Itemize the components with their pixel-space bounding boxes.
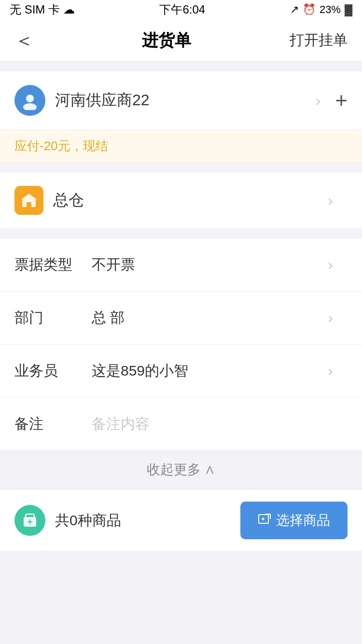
svg-marker-3	[21, 194, 37, 199]
department-value: 总 部	[92, 308, 328, 328]
notice-bar: 应付-20元，现结	[0, 130, 362, 163]
page-title: 进货单	[142, 29, 191, 52]
bottom-area	[0, 551, 362, 644]
section-gap-1	[0, 62, 362, 71]
location-icon: ↗	[290, 3, 299, 16]
department-row[interactable]: 部门 总 部 ›	[0, 291, 362, 344]
warehouse-section: 总仓 ›	[0, 172, 362, 228]
open-pending-button[interactable]: 打开挂单	[290, 30, 348, 50]
select-product-label: 选择商品	[276, 511, 330, 530]
remark-row[interactable]: 备注 备注内容	[0, 397, 362, 450]
salesperson-value: 这是859的小智	[92, 361, 328, 381]
svg-point-0	[26, 95, 34, 102]
status-bar: 无 SIM 卡 ☁ 下午6:04 ↗ ⏰ 23% ▓	[0, 0, 362, 19]
select-product-icon	[258, 512, 271, 529]
product-bar: 共0种商品 选择商品	[0, 490, 362, 551]
product-count-label: 共0种商品	[55, 511, 240, 531]
select-product-button[interactable]: 选择商品	[240, 502, 348, 539]
department-chevron-icon: ›	[328, 309, 333, 327]
status-right: ↗ ⏰ 23% ▓	[290, 3, 352, 16]
signal-text: 无 SIM 卡 ☁	[10, 2, 75, 17]
salesperson-label: 业务员	[14, 361, 92, 381]
status-left: 无 SIM 卡 ☁	[10, 2, 75, 17]
supplier-row[interactable]: 河南供应商22 › +	[0, 71, 362, 130]
salesperson-chevron-icon: ›	[328, 362, 333, 380]
add-supplier-button[interactable]: +	[335, 90, 348, 111]
warehouse-row[interactable]: 总仓 ›	[0, 172, 362, 228]
collapse-bar[interactable]: 收起更多 ∧	[0, 450, 362, 489]
supplier-section: 河南供应商22 › + 应付-20元，现结	[0, 71, 362, 163]
department-label: 部门	[14, 308, 92, 328]
form-section: 票据类型 不开票 › 部门 总 部 › 业务员 这是859的小智 › 备注 备注…	[0, 238, 362, 450]
status-time: 下午6:04	[159, 2, 205, 17]
section-gap-2	[0, 163, 362, 172]
warehouse-chevron-icon: ›	[328, 192, 333, 210]
chevron-right-icon: ›	[316, 92, 321, 110]
svg-point-1	[23, 103, 37, 110]
collapse-label: 收起更多 ∧	[147, 461, 216, 479]
remark-placeholder[interactable]: 备注内容	[92, 414, 348, 434]
warehouse-icon	[14, 186, 43, 215]
invoice-type-row[interactable]: 票据类型 不开票 ›	[0, 238, 362, 291]
supplier-name: 河南供应商22	[55, 90, 316, 111]
nav-bar: ＜ 进货单 打开挂单	[0, 19, 362, 62]
invoice-type-value: 不开票	[92, 255, 328, 275]
svg-rect-4	[27, 202, 31, 207]
warehouse-name: 总仓	[53, 190, 328, 211]
section-gap-3	[0, 228, 362, 238]
alarm-icon: ⏰	[303, 3, 316, 16]
invoice-type-label: 票据类型	[14, 255, 92, 275]
battery-text: 23%	[320, 3, 341, 16]
battery-icon: ▓	[345, 3, 352, 16]
supplier-avatar	[14, 85, 45, 116]
remark-label: 备注	[14, 414, 92, 434]
back-button[interactable]: ＜	[14, 27, 43, 54]
invoice-chevron-icon: ›	[328, 256, 333, 274]
product-icon	[14, 505, 45, 536]
salesperson-row[interactable]: 业务员 这是859的小智 ›	[0, 344, 362, 397]
